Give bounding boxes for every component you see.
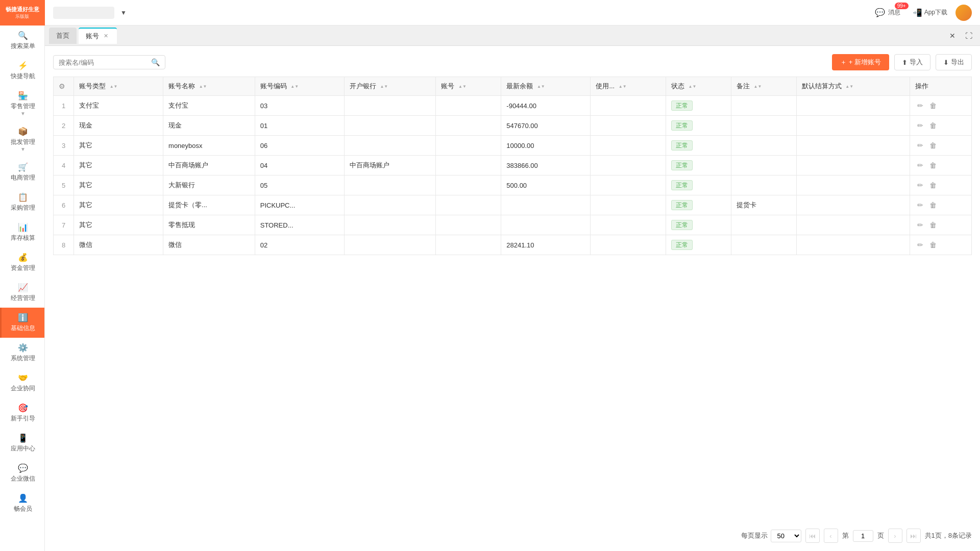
sidebar-item-member[interactable]: 👤 畅会员: [0, 488, 44, 518]
sidebar-item-wholesale[interactable]: 📦 批发管理 ▼: [0, 121, 44, 157]
th-account-type[interactable]: 账号类型 ▲▼: [74, 77, 163, 96]
guide-icon: 🎯: [4, 403, 42, 413]
search-icon[interactable]: 🔍: [151, 58, 160, 66]
sort-account-code-icon[interactable]: ▲▼: [290, 84, 299, 89]
cell-actions: ✏ 🗑: [910, 235, 971, 255]
sidebar-item-search[interactable]: 🔍 搜索菜单: [0, 26, 44, 56]
sidebar-item-system[interactable]: ⚙️ 系统管理: [0, 338, 44, 368]
sidebar-item-purchase[interactable]: 📋 采购管理: [0, 187, 44, 217]
th-bank[interactable]: 开户银行 ▲▼: [344, 77, 436, 96]
th-default-payment[interactable]: 默认结算方式 ▲▼: [796, 77, 910, 96]
th-balance[interactable]: 最新余额 ▲▼: [501, 77, 591, 96]
topbar-dropdown[interactable]: ▼: [120, 9, 127, 16]
page-prefix-label: 第: [842, 531, 849, 540]
sidebar-item-quick-nav[interactable]: ⚡ 快捷导航: [0, 56, 44, 86]
app-download-icon: 📲: [913, 8, 922, 17]
add-icon: ＋: [840, 58, 847, 67]
cell-code: 05: [255, 176, 344, 195]
th-status-label: 状态: [671, 82, 684, 90]
sidebar-item-operations[interactable]: 📈 经营管理: [0, 278, 44, 308]
th-settings[interactable]: ⚙: [54, 77, 74, 96]
add-account-button[interactable]: ＋ + 新增账号: [832, 54, 889, 70]
th-account-name[interactable]: 账号名称 ▲▼: [163, 77, 255, 96]
tab-close-all-button[interactable]: ✕: [945, 29, 960, 43]
sidebar-label-system: 系统管理: [11, 355, 35, 362]
edit-button[interactable]: ✏: [915, 101, 925, 111]
edit-button[interactable]: ✏: [915, 180, 925, 190]
sidebar-item-ecommerce[interactable]: 🛒 电商管理: [0, 157, 44, 187]
delete-button[interactable]: 🗑: [927, 120, 939, 131]
cell-bank: [344, 235, 436, 255]
next-page-button[interactable]: ›: [888, 529, 902, 543]
per-page-select[interactable]: 50 20 100: [771, 530, 801, 542]
edit-button[interactable]: ✏: [915, 120, 925, 131]
edit-button[interactable]: ✏: [915, 160, 925, 170]
first-page-button[interactable]: ⏮: [805, 529, 820, 543]
prev-page-button[interactable]: ‹: [824, 529, 838, 543]
delete-button[interactable]: 🗑: [927, 220, 939, 230]
cell-status: 正常: [666, 96, 731, 116]
user-avatar[interactable]: [955, 5, 972, 21]
sidebar-item-retail[interactable]: 🏪 零售管理 ▼: [0, 86, 44, 121]
sidebar-item-finance[interactable]: 💰 资金管理: [0, 247, 44, 278]
sidebar-item-guide[interactable]: 🎯 新手引导: [0, 398, 44, 428]
cell-status: 正常: [666, 215, 731, 235]
sidebar-item-wecom[interactable]: 💬 企业微信: [0, 458, 44, 488]
sort-usage-icon[interactable]: ▲▼: [619, 84, 627, 89]
sidebar-item-enterprise[interactable]: 🤝 企业协同: [0, 368, 44, 398]
message-button[interactable]: 💬 消息 99+: [871, 6, 904, 19]
cell-account: [436, 176, 501, 195]
sort-balance-icon[interactable]: ▲▼: [537, 84, 545, 89]
topbar-right: 💬 消息 99+ 📲 App下载: [871, 5, 972, 21]
th-status[interactable]: 状态 ▲▼: [666, 77, 731, 96]
tab-account[interactable]: 账号 ✕: [79, 28, 117, 44]
page-number-input[interactable]: [853, 530, 873, 542]
edit-button[interactable]: ✏: [915, 240, 925, 250]
sort-account-name-icon[interactable]: ▲▼: [199, 84, 207, 89]
export-button[interactable]: ⬇ 导出: [936, 54, 972, 70]
edit-button[interactable]: ✏: [915, 140, 925, 151]
cell-default: [796, 116, 910, 136]
cell-code: 04: [255, 156, 344, 176]
operations-icon: 📈: [4, 283, 42, 292]
cell-name: 现金: [163, 116, 255, 136]
delete-button[interactable]: 🗑: [927, 180, 939, 190]
tab-bar-actions: ✕ ⛶: [945, 29, 976, 43]
sort-account-type-icon[interactable]: ▲▼: [110, 84, 118, 89]
sidebar-item-basic-info[interactable]: ℹ️ 基础信息: [0, 308, 44, 338]
th-note[interactable]: 备注 ▲▼: [731, 77, 796, 96]
cell-number: 4: [54, 156, 74, 176]
last-page-button[interactable]: ⏭: [906, 529, 921, 543]
tab-maximize-button[interactable]: ⛶: [962, 29, 976, 43]
search-input[interactable]: [59, 59, 148, 66]
delete-button[interactable]: 🗑: [927, 200, 939, 210]
delete-button[interactable]: 🗑: [927, 140, 939, 151]
sort-status-icon[interactable]: ▲▼: [689, 84, 697, 89]
status-badge: 正常: [671, 120, 693, 131]
sidebar-item-app-center[interactable]: 📱 应用中心: [0, 428, 44, 458]
th-usage[interactable]: 使用... ▲▼: [591, 77, 666, 96]
delete-button[interactable]: 🗑: [927, 240, 939, 250]
sort-account-num-icon[interactable]: ▲▼: [458, 84, 467, 89]
delete-button[interactable]: 🗑: [927, 101, 939, 111]
tab-close-button[interactable]: ✕: [102, 32, 110, 40]
topbar-search-input[interactable]: [53, 7, 114, 19]
sort-note-icon[interactable]: ▲▼: [753, 84, 762, 89]
sort-bank-icon[interactable]: ▲▼: [380, 84, 388, 89]
delete-button[interactable]: 🗑: [927, 160, 939, 170]
cell-balance: -90444.00: [501, 96, 591, 116]
import-button[interactable]: ⬆ 导入: [894, 54, 930, 70]
tab-home[interactable]: 首页: [49, 28, 77, 44]
th-bank-label: 开户银行: [350, 82, 376, 90]
th-account-code[interactable]: 账号编码 ▲▼: [255, 77, 344, 96]
edit-button[interactable]: ✏: [915, 200, 925, 210]
cell-default: [796, 176, 910, 195]
sidebar-label-quick-nav: 快捷导航: [11, 72, 35, 80]
edit-button[interactable]: ✏: [915, 220, 925, 230]
cell-status: 正常: [666, 116, 731, 136]
app-download-button[interactable]: 📲 App下载: [913, 8, 947, 17]
th-account-num[interactable]: 账号 ▲▼: [436, 77, 501, 96]
settings-icon[interactable]: ⚙: [59, 82, 65, 90]
sidebar-item-inventory[interactable]: 📊 库存核算: [0, 217, 44, 247]
sort-default-payment-icon[interactable]: ▲▼: [845, 84, 853, 89]
